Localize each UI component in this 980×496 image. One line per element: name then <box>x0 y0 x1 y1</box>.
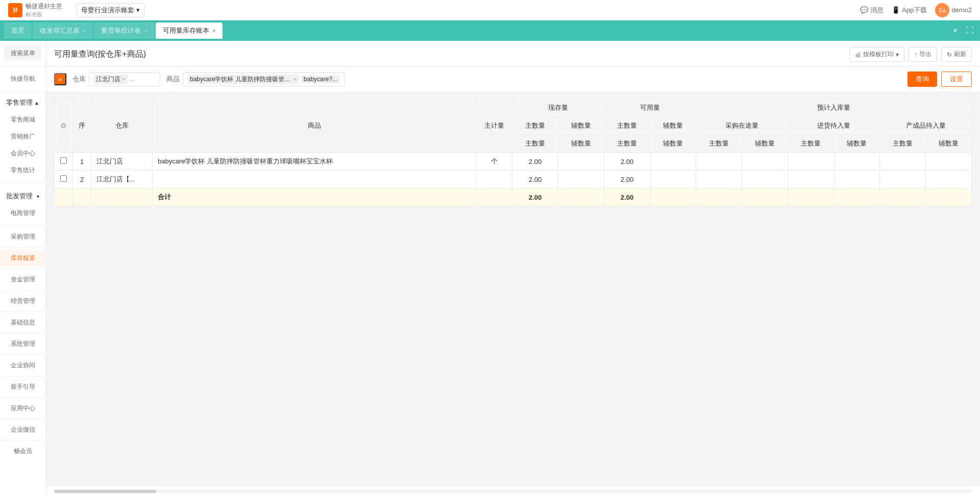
sidebar-section-wholesale-label: 批发管理 <box>6 192 33 201</box>
filter-tag-product-1-close[interactable]: × <box>293 77 297 82</box>
footer-available-aux <box>650 188 696 206</box>
sidebar-item-operations[interactable]: 经营管理 <box>0 293 45 310</box>
cell-unit-0: 个 <box>477 153 512 171</box>
sidebar-item-inventory[interactable]: 库存核算 <box>0 250 45 267</box>
print-btn[interactable]: 🖨 按模板打印 ▾ <box>849 47 904 62</box>
cell-no-0: 1 <box>73 153 91 171</box>
cell-purchase-pending-aux-1 <box>834 171 880 188</box>
row-checkbox-1[interactable] <box>60 175 67 182</box>
tab-bar: 首页 收发存汇总表 × 要货单统计表 × 可用量库存账本 × × ⛶ <box>0 20 980 41</box>
th-current-aux-2: 辅数量 <box>558 135 604 153</box>
page-header: 可用量查询(按仓库+商品) 🖨 按模板打印 ▾ ↑ 导出 ↻ 刷新 <box>46 41 980 66</box>
cell-unit-1 <box>477 171 512 188</box>
row-checkbox-0[interactable] <box>60 157 67 164</box>
app-download-btn[interactable]: 📱 App下载 <box>892 6 927 15</box>
sidebar-item-weixin[interactable]: 企业微信 <box>0 421 45 438</box>
sidebar-section-wholesale-header[interactable]: 批发管理 ▾ <box>0 187 45 205</box>
cell-product-1 <box>153 171 477 188</box>
sidebar-item-basic-info[interactable]: 基础信息 <box>0 314 45 331</box>
sidebar-item-member-center[interactable]: 会员中心 <box>0 145 45 162</box>
filter-expand-btn[interactable]: » <box>54 73 66 85</box>
tab-order-stats-close[interactable]: × <box>144 28 147 34</box>
tab-receivable-close[interactable]: × <box>83 28 86 34</box>
sidebar-item-enterprise[interactable]: 企业协同 <box>0 357 45 374</box>
divider-2 <box>0 226 45 226</box>
cell-checkbox-0[interactable] <box>55 153 73 171</box>
filter-tag-warehouse-1-close[interactable]: × <box>122 77 125 82</box>
export-icon: ↑ <box>914 51 917 58</box>
sidebar-search: 搜索菜单 <box>0 41 45 66</box>
cell-purchase-on-way-main-0 <box>696 153 742 171</box>
tab-receivable[interactable]: 收发存汇总表 × <box>33 22 93 39</box>
sidebar-nav: 快捷导航 <box>0 66 45 92</box>
app-download-label: App下载 <box>902 6 927 15</box>
sidebar-item-procurement[interactable]: 采购管理 <box>0 228 45 245</box>
th-current-main: 主数量 <box>512 117 558 135</box>
filter-dots-warehouse: ... <box>130 76 135 83</box>
top-bar-left: 好 畅捷通好生意 标准版 母婴行业演示账套 ▾ <box>8 2 144 18</box>
sidebar-item-new-guide[interactable]: 新手引导 <box>0 379 45 395</box>
table-area: ⚙ 序 仓库 商品 主计量 现存量 可用量 预计入库量 主数量 辅数量 主数量 <box>46 92 980 486</box>
app-icon: 📱 <box>892 6 900 14</box>
th-production-pending-main: 主数量 <box>880 135 926 153</box>
filter-warehouse-tags[interactable]: 江北门店 × ... <box>89 73 160 86</box>
chevron-down-icon: ▾ <box>136 6 140 14</box>
filter-tag-product-1: babycare学饮杯 儿童防摔防撞吸管杯重力球吸嘴杯宝宝水杯 × <box>187 75 299 84</box>
company-selector[interactable]: 母婴行业演示账套 ▾ <box>77 3 144 17</box>
th-settings[interactable]: ⚙ <box>55 99 73 153</box>
filter-tag-product-2-text: babycare?... <box>304 76 337 83</box>
sidebar-section-retail-header[interactable]: 零售管理 ▲ <box>0 94 45 111</box>
chevron-up-icon: ▲ <box>34 100 39 106</box>
scrollbar-track[interactable] <box>54 490 972 493</box>
cell-checkbox-1[interactable] <box>55 171 73 188</box>
tab-available-stock-close[interactable]: × <box>212 28 215 34</box>
th-warehouse: 仓库 <box>91 99 153 153</box>
th-purchase-pending-main: 主数量 <box>788 135 834 153</box>
table-footer-row: 合计 2.00 2.00 <box>55 188 972 206</box>
cell-production-pending-main-1 <box>880 171 926 188</box>
tab-order-stats[interactable]: 要货单统计表 × <box>94 22 154 39</box>
avatar-text: Ea <box>939 7 946 13</box>
sidebar-item-retail-stats[interactable]: 零售统计 <box>0 162 45 179</box>
user-area[interactable]: Ea demo2 <box>935 3 972 17</box>
filter-warehouse-label: 仓库 <box>72 75 86 84</box>
tab-home[interactable]: 首页 <box>4 22 32 39</box>
sidebar-section-retail: 零售管理 ▲ 零售商城 营销推广 会员中心 零售统计 <box>0 92 45 181</box>
filter-tag-product-1-text: babycare学饮杯 儿童防摔防撞吸管杯重力球吸嘴杯宝宝水杯 <box>190 75 292 84</box>
sidebar-item-finance[interactable]: 资金管理 <box>0 271 45 288</box>
sidebar-item-retail-mall[interactable]: 零售商城 <box>0 111 45 128</box>
sidebar-item-vip[interactable]: 畅会员 <box>0 443 45 460</box>
sidebar-item-ecommerce[interactable]: 电商管理 <box>0 205 45 222</box>
cell-current-aux-0 <box>558 153 604 171</box>
divider-8 <box>0 355 45 355</box>
bottom-bar <box>46 486 980 496</box>
search-menu-btn[interactable]: 搜索菜单 <box>4 46 41 61</box>
tab-close-all-btn[interactable]: × <box>951 24 960 37</box>
footer-empty-2 <box>73 188 91 206</box>
th-available-aux: 辅数量 <box>650 117 696 135</box>
settings-filter-btn[interactable]: 设置 <box>941 72 972 87</box>
refresh-btn[interactable]: ↻ 刷新 <box>941 47 972 62</box>
tab-available-stock[interactable]: 可用量库存账本 × <box>156 22 223 39</box>
cell-purchase-on-way-aux-1 <box>742 171 788 188</box>
filter-tag-product-2: babycare?... <box>301 75 340 83</box>
sidebar-item-app-center[interactable]: 应用中心 <box>0 400 45 417</box>
message-btn[interactable]: 💬 消息 <box>860 6 884 15</box>
th-purchase-on-way-aux: 辅数量 <box>742 135 788 153</box>
export-btn[interactable]: ↑ 导出 <box>909 47 937 62</box>
cell-production-pending-aux-1 <box>926 171 972 188</box>
query-btn[interactable]: 查询 <box>908 72 937 87</box>
th-purchase-pending: 进货待入量 <box>788 117 880 135</box>
scrollbar-thumb[interactable] <box>54 490 156 493</box>
filter-product-tags[interactable]: babycare学饮杯 儿童防摔防撞吸管杯重力球吸嘴杯宝宝水杯 × babyca… <box>183 73 345 86</box>
divider-10 <box>0 397 45 398</box>
top-bar: 好 畅捷通好生意 标准版 母婴行业演示账套 ▾ 💬 消息 📱 App下载 Ea … <box>0 0 980 20</box>
sidebar-item-system[interactable]: 系统管理 <box>0 336 45 352</box>
refresh-icon: ↻ <box>947 51 952 58</box>
chevron-down-icon-print: ▾ <box>896 51 899 58</box>
sidebar-item-quick-nav[interactable]: 快捷导航 <box>0 70 45 87</box>
sidebar-section-wholesale: 批发管理 ▾ 电商管理 <box>0 185 45 224</box>
tab-maximize-btn[interactable]: ⛶ <box>964 24 976 37</box>
th-production-pending-aux: 辅数量 <box>926 135 972 153</box>
sidebar-item-marketing[interactable]: 营销推广 <box>0 128 45 145</box>
